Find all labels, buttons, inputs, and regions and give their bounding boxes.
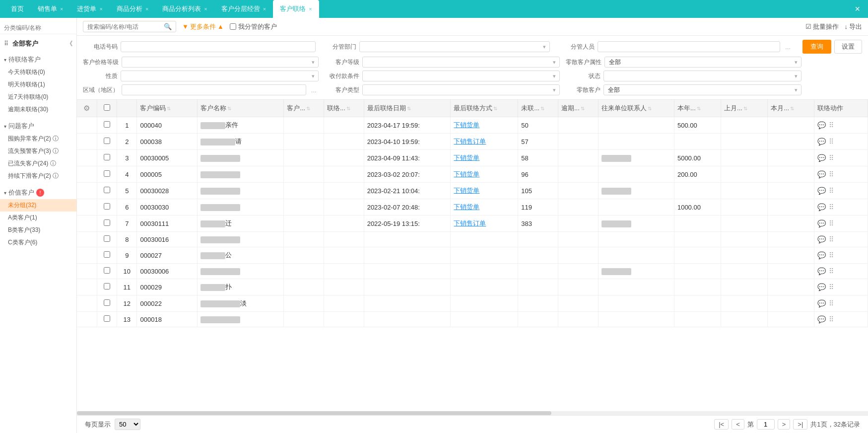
row-checkbox[interactable] (104, 187, 110, 193)
contact-phone-icon[interactable]: 💬 (817, 138, 826, 145)
row-checkbox[interactable] (104, 315, 110, 322)
contact-phone-icon[interactable]: 💬 (817, 251, 826, 259)
contact-phone-icon[interactable]: 💬 (817, 154, 826, 162)
row-check[interactable] (97, 264, 117, 279)
tab-sales[interactable]: 销售单 × (31, 0, 70, 18)
more-action-icon[interactable]: ⠿ (829, 170, 834, 178)
batch-operation-button[interactable]: ☑ 批量操作 (805, 22, 839, 31)
row-check[interactable] (97, 117, 117, 134)
contact-phone-icon[interactable]: 💬 (817, 299, 826, 307)
contact-phone-icon[interactable]: 💬 (817, 235, 826, 243)
more-action-icon[interactable]: ⠿ (829, 154, 834, 162)
row-check[interactable] (97, 295, 117, 312)
col-unit-header[interactable]: 往来单位联系人 (598, 100, 674, 117)
row-check[interactable] (97, 150, 117, 166)
col-overdue-header[interactable]: 逾期... (558, 100, 598, 117)
tab-analysis[interactable]: 商品分析 × (110, 0, 155, 18)
status-select[interactable] (603, 71, 801, 81)
more-action-icon[interactable]: ⠿ (829, 251, 834, 259)
row-checkbox[interactable] (104, 219, 110, 226)
more-action-icon[interactable]: ⠿ (829, 219, 834, 227)
contact-phone-icon[interactable]: 💬 (817, 170, 826, 178)
sidebar-item-class-a[interactable]: A类客户(1) (0, 212, 76, 224)
sidebar-item-tomorrow[interactable]: 明天待联络(1) (0, 78, 76, 91)
my-customers-checkbox[interactable] (230, 23, 236, 30)
group-pending-contact-title[interactable]: ▾ 待联络客户 (0, 53, 76, 66)
next-page-button[interactable]: > (778, 419, 791, 430)
col-cust-header[interactable]: 客户... (284, 100, 324, 117)
per-page-select[interactable]: 50 100 (115, 419, 140, 430)
row-check[interactable] (97, 183, 117, 199)
manager-input[interactable] (598, 41, 780, 52)
row-checkbox[interactable] (104, 251, 110, 258)
row-lastway[interactable]: 下销货单 (451, 199, 518, 216)
retail-cust-select[interactable]: 全部 (603, 84, 801, 95)
lastway-link[interactable]: 下销货单 (454, 170, 479, 178)
row-lastway[interactable] (451, 264, 518, 279)
col-uncontact-header[interactable]: 未联... (518, 100, 558, 117)
row-check[interactable] (97, 134, 117, 150)
cust-type-select[interactable] (362, 84, 560, 95)
row-lastway[interactable]: 下销售订单 (451, 134, 518, 150)
region-input[interactable] (122, 84, 306, 95)
select-all-checkbox[interactable] (104, 104, 110, 111)
group-problem-title[interactable]: ▾ 问题客户 (0, 120, 76, 133)
row-lastway[interactable] (451, 312, 518, 327)
col-lastdate-header[interactable]: 最后联络日期 (364, 100, 451, 117)
close-icon[interactable]: × (204, 6, 207, 12)
col-contact-header[interactable]: 联络... (324, 100, 364, 117)
sidebar-item-abnormal[interactable]: 囤购异常客户(2) ⓘ (0, 133, 76, 145)
more-action-icon[interactable]: ⠿ (829, 203, 834, 211)
nature-select[interactable] (121, 71, 319, 81)
lastway-link[interactable]: 下销货单 (454, 187, 479, 194)
close-icon[interactable]: × (309, 6, 312, 12)
more-action-icon[interactable]: ⠿ (829, 267, 834, 275)
window-close-button[interactable]: × (851, 4, 864, 14)
row-check[interactable] (97, 166, 117, 183)
close-icon[interactable]: × (60, 6, 63, 12)
page-number-input[interactable] (757, 419, 775, 430)
tab-home[interactable]: 首页 (4, 0, 31, 18)
lastway-link[interactable]: 下销货单 (454, 154, 479, 161)
col-name-header[interactable]: 客户名称 (197, 100, 284, 117)
payment-select[interactable] (362, 71, 560, 81)
more-action-icon[interactable]: ⠿ (829, 187, 834, 195)
col-settings-header[interactable]: ⚙ (77, 100, 97, 117)
row-check[interactable] (97, 279, 117, 295)
tab-analysis-list[interactable]: 商品分析列表 × (155, 0, 214, 18)
phone-input[interactable] (121, 41, 316, 52)
region-dots[interactable]: ... (309, 86, 319, 94)
row-lastway[interactable] (451, 295, 518, 312)
col-thismonth-header[interactable]: 本月... (768, 100, 814, 117)
row-checkbox[interactable] (104, 170, 110, 177)
group-value-title[interactable]: ▾ 价值客户 ! (0, 186, 76, 199)
row-checkbox[interactable] (104, 121, 110, 128)
more-action-icon[interactable]: ⠿ (829, 235, 834, 243)
lastway-link[interactable]: 下销售订单 (454, 138, 486, 145)
sidebar-item-class-c[interactable]: C类客户(6) (0, 236, 76, 249)
sidebar-item-ungrouped[interactable]: 未分组(32) (0, 199, 76, 212)
col-check-header[interactable] (97, 100, 117, 117)
row-lastway[interactable] (451, 247, 518, 264)
sidebar-item-today[interactable]: 今天待联络(0) (0, 66, 76, 78)
row-check[interactable] (97, 312, 117, 327)
tab-customer-segment[interactable]: 客户分层经营 × (214, 0, 273, 18)
search-input[interactable] (87, 23, 162, 30)
row-lastway[interactable]: 下销货单 (451, 117, 518, 134)
row-lastway[interactable] (451, 279, 518, 295)
manager-dots[interactable]: ... (783, 43, 793, 51)
row-checkbox[interactable] (104, 203, 110, 210)
row-check[interactable] (97, 199, 117, 216)
row-check[interactable] (97, 216, 117, 232)
row-lastway[interactable]: 下销货单 (451, 183, 518, 199)
contact-phone-icon[interactable]: 💬 (817, 315, 826, 323)
row-check[interactable] (97, 232, 117, 247)
row-check[interactable] (97, 247, 117, 264)
col-code-header[interactable]: 客户编码 (137, 100, 197, 117)
contact-phone-icon[interactable]: 💬 (817, 283, 826, 291)
prev-page-button[interactable]: < (732, 419, 744, 430)
horizontal-scrollbar[interactable] (77, 411, 868, 415)
more-conditions-button[interactable]: ▼ 更多条件 ▲ (182, 22, 224, 31)
contact-phone-icon[interactable]: 💬 (817, 121, 826, 129)
retail-attr-select[interactable]: 全部 (604, 57, 801, 68)
